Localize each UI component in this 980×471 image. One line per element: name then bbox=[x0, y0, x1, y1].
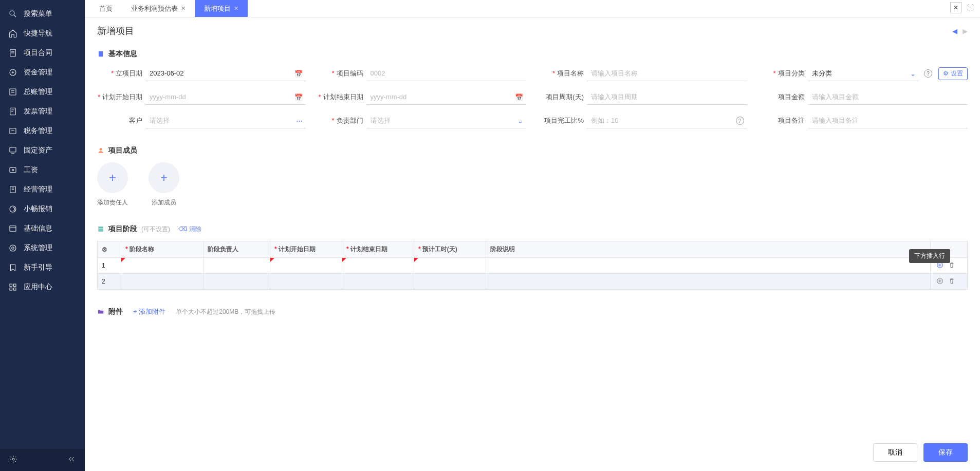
completion-input[interactable] bbox=[587, 113, 747, 128]
name-input[interactable] bbox=[587, 66, 747, 81]
amount-input[interactable] bbox=[808, 89, 968, 105]
close-icon[interactable]: ✕ bbox=[234, 5, 238, 12]
label-remark: 项目备注 bbox=[760, 116, 805, 125]
more-icon[interactable]: ⋯ bbox=[296, 117, 303, 125]
sidebar-item-guide[interactable]: 新手引导 bbox=[0, 258, 85, 277]
cell-stage-name[interactable] bbox=[121, 258, 204, 274]
cell-desc[interactable] bbox=[486, 258, 931, 274]
remark-input[interactable] bbox=[808, 113, 968, 128]
plan-start-input[interactable] bbox=[145, 89, 306, 105]
sidebar-item-apps[interactable]: 应用中心 bbox=[0, 277, 85, 297]
cell-start[interactable] bbox=[270, 274, 342, 290]
plus-icon: + bbox=[97, 162, 128, 193]
section-subtitle: (可不设置) bbox=[141, 225, 170, 234]
category-setting-button[interactable]: ⚙ 设置 bbox=[938, 67, 968, 80]
th-owner: 阶段负责人 bbox=[204, 241, 270, 258]
cell-hours[interactable] bbox=[414, 274, 486, 290]
cell-owner[interactable] bbox=[204, 258, 270, 274]
table-row[interactable]: 2 bbox=[98, 274, 968, 290]
tab-bar: 首页 业务利润预估表 ✕ 新增项目 ✕ ✕ ⛶ bbox=[85, 0, 980, 17]
sidebar-label: 搜索菜单 bbox=[24, 9, 52, 18]
calendar-icon[interactable]: 📅 bbox=[515, 93, 523, 101]
sidebar-item-salary[interactable]: 工资 bbox=[0, 160, 85, 180]
save-button[interactable]: 保存 bbox=[923, 443, 968, 462]
label-completion: 项目完工比% bbox=[539, 116, 584, 125]
next-arrow-icon[interactable]: ▶ bbox=[963, 27, 968, 35]
customer-select[interactable] bbox=[145, 113, 306, 128]
sidebar-item-invoice[interactable]: 发票管理 bbox=[0, 102, 85, 121]
sidebar-item-contract[interactable]: 项目合同 bbox=[0, 43, 85, 63]
svg-rect-32 bbox=[98, 230, 103, 231]
close-panel-button[interactable]: ✕ bbox=[950, 2, 961, 13]
cell-desc[interactable] bbox=[486, 274, 931, 290]
sidebar-item-funds[interactable]: 资金管理 bbox=[0, 63, 85, 82]
sidebar-item-expense[interactable]: 小畅报销 bbox=[0, 199, 85, 219]
tab-label: 业务利润预估表 bbox=[131, 4, 178, 13]
help-icon[interactable]: ? bbox=[924, 69, 932, 78]
chevron-down-icon[interactable]: ⌄ bbox=[517, 117, 523, 125]
add-owner-button[interactable]: + 添加责任人 bbox=[97, 162, 128, 207]
cycle-input[interactable] bbox=[587, 89, 747, 105]
content-scroll[interactable]: 基本信息 立项日期 📅 项目编码 bbox=[85, 42, 980, 471]
sidebar-item-info[interactable]: 基础信息 bbox=[0, 219, 85, 238]
delete-row-button[interactable] bbox=[948, 277, 956, 285]
th-settings[interactable]: ⚙ bbox=[98, 241, 121, 258]
home-icon bbox=[8, 29, 17, 38]
category-select[interactable] bbox=[808, 66, 919, 81]
label-name: 项目名称 bbox=[539, 69, 584, 78]
label-est-date: 立项日期 bbox=[97, 69, 142, 78]
clear-stages-button[interactable]: ⌫ 清除 bbox=[178, 225, 201, 234]
person-icon bbox=[97, 147, 104, 154]
sidebar-label: 基础信息 bbox=[24, 224, 52, 233]
tab-label: 新增项目 bbox=[204, 4, 231, 13]
calendar-icon[interactable]: 📅 bbox=[294, 93, 303, 101]
collapse-icon[interactable] bbox=[67, 455, 76, 465]
cell-hours[interactable] bbox=[414, 258, 486, 274]
dept-select[interactable] bbox=[366, 113, 527, 128]
insert-row-button[interactable] bbox=[936, 277, 944, 285]
info-icon bbox=[8, 224, 17, 233]
sidebar-item-business[interactable]: 经营管理 bbox=[0, 180, 85, 199]
tax-icon bbox=[8, 126, 17, 136]
add-attachment-button[interactable]: + 添加附件 bbox=[133, 307, 165, 316]
add-member-button[interactable]: + 添加成员 bbox=[149, 162, 179, 207]
cell-stage-name[interactable] bbox=[121, 274, 204, 290]
fullscreen-icon[interactable]: ⛶ bbox=[965, 2, 976, 13]
svg-rect-23 bbox=[10, 284, 12, 287]
gear-icon[interactable] bbox=[9, 455, 17, 465]
plan-end-input[interactable] bbox=[366, 89, 527, 105]
help-icon[interactable]: ? bbox=[736, 117, 744, 125]
sidebar-label: 新手引导 bbox=[24, 263, 52, 272]
gear-icon: ⚙ bbox=[102, 246, 107, 253]
row-number: 1 bbox=[98, 258, 121, 274]
sidebar-item-asset[interactable]: 固定资产 bbox=[0, 141, 85, 160]
folder-icon bbox=[97, 308, 104, 315]
cell-end[interactable] bbox=[342, 274, 414, 290]
tab-new-project[interactable]: 新增项目 ✕ bbox=[195, 0, 248, 17]
code-input[interactable] bbox=[366, 66, 527, 81]
table-row[interactable]: 1 bbox=[98, 258, 968, 274]
guide-icon bbox=[8, 263, 17, 272]
cell-start[interactable] bbox=[270, 258, 342, 274]
sidebar-item-tax[interactable]: 税务管理 bbox=[0, 121, 85, 141]
svg-rect-19 bbox=[10, 226, 16, 232]
cell-owner[interactable] bbox=[204, 274, 270, 290]
cancel-button[interactable]: 取消 bbox=[873, 443, 917, 462]
sidebar-label: 小畅报销 bbox=[24, 204, 52, 214]
est-date-input[interactable] bbox=[145, 66, 306, 81]
row-number: 2 bbox=[98, 274, 121, 290]
section-title: 项目成员 bbox=[108, 146, 137, 155]
cell-end[interactable] bbox=[342, 258, 414, 274]
sidebar-item-search[interactable]: 搜索菜单 bbox=[0, 4, 85, 24]
page-header: 新增项目 ◀ ▶ bbox=[85, 17, 980, 42]
sidebar-item-quick-nav[interactable]: 快捷导航 bbox=[0, 24, 85, 43]
calendar-icon[interactable]: 📅 bbox=[294, 70, 303, 78]
chevron-down-icon[interactable]: ⌄ bbox=[910, 70, 916, 78]
sidebar-item-ledger[interactable]: 总账管理 bbox=[0, 82, 85, 102]
prev-arrow-icon[interactable]: ◀ bbox=[952, 27, 957, 35]
label-cycle: 项目周期(天) bbox=[539, 92, 584, 102]
close-icon[interactable]: ✕ bbox=[181, 5, 186, 12]
sidebar-item-system[interactable]: 系统管理 bbox=[0, 238, 85, 258]
tab-profit-estimate[interactable]: 业务利润预估表 ✕ bbox=[122, 0, 195, 17]
tab-home[interactable]: 首页 bbox=[90, 0, 122, 17]
